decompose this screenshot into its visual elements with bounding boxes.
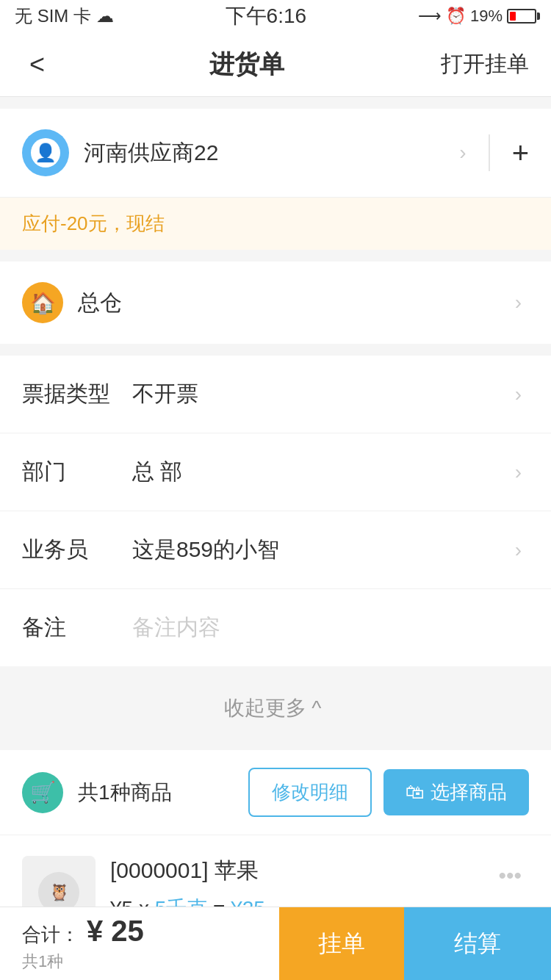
invoice-row[interactable]: 票据类型 不开票 ›	[0, 356, 551, 433]
salesman-value: 这是859的小智	[125, 535, 515, 565]
alarm-icon: ⏰	[446, 7, 466, 26]
avatar-icon: 👤	[31, 138, 60, 167]
department-chevron-icon: ›	[515, 461, 529, 484]
status-time: 下午6:16	[226, 2, 307, 30]
back-button[interactable]: <	[22, 42, 52, 87]
total-label: 合计： ¥ 25	[22, 915, 257, 948]
warehouse-chevron-icon: ›	[515, 291, 529, 314]
product-code: [0000001]	[110, 858, 208, 882]
supplier-name: 河南供应商22	[84, 138, 459, 168]
form-section: 票据类型 不开票 › 部门 总 部 › 业务员 这是859的小智 › 备注 备注…	[0, 356, 551, 666]
invoice-label: 票据类型	[22, 379, 125, 409]
location-icon: ⟶	[418, 7, 442, 26]
collapse-bar[interactable]: 收起更多 ^	[0, 678, 551, 738]
collapse-label: 收起更多 ^	[224, 694, 322, 722]
department-row[interactable]: 部门 总 部 ›	[0, 433, 551, 511]
page-title: 进货单	[209, 48, 284, 82]
warehouse-section: 🏠 总仓 ›	[0, 262, 551, 344]
remark-label: 备注	[22, 613, 125, 643]
bottom-bar: 合计： ¥ 25 共1种 挂单 结算	[0, 907, 551, 980]
warehouse-name: 总仓	[78, 288, 515, 318]
total-amount: ¥ 25	[87, 915, 144, 948]
hang-button[interactable]: 挂单	[279, 907, 404, 980]
warehouse-row[interactable]: 🏠 总仓 ›	[0, 262, 551, 344]
product-name: [0000001] 苹果	[110, 856, 491, 886]
salesman-chevron-icon: ›	[515, 538, 529, 562]
product-count-icon: 🛒	[22, 772, 63, 813]
status-right: ⟶ ⏰ 19%	[418, 7, 536, 26]
supplier-avatar: 👤	[22, 129, 69, 176]
product-title: 苹果	[215, 858, 259, 882]
select-product-label: 选择商品	[431, 779, 507, 805]
divider	[489, 134, 490, 171]
status-bar: 无 SIM 卡 ☁ 下午6:16 ⟶ ⏰ 19%	[0, 0, 551, 32]
modify-detail-button[interactable]: 修改明细	[248, 768, 372, 817]
select-cart-icon: 🛍	[406, 781, 425, 804]
battery-icon	[507, 9, 536, 24]
supplier-row[interactable]: 👤 河南供应商22 › +	[0, 109, 551, 198]
select-product-button[interactable]: 🛍 选择商品	[383, 769, 529, 815]
total-section: 合计： ¥ 25 共1种	[0, 907, 279, 980]
invoice-value: 不开票	[125, 379, 515, 409]
checkout-button[interactable]: 结算	[404, 907, 551, 980]
more-options-button[interactable]: •••	[491, 856, 529, 896]
department-label: 部门	[22, 457, 125, 487]
salesman-row[interactable]: 业务员 这是859的小智 ›	[0, 511, 551, 589]
salesman-label: 业务员	[22, 535, 125, 565]
department-value: 总 部	[125, 457, 515, 487]
svg-text:🦉: 🦉	[49, 882, 70, 902]
invoice-chevron-icon: ›	[515, 383, 529, 406]
product-count-text: 共1种商品	[78, 779, 248, 807]
remark-row[interactable]: 备注 备注内容	[0, 589, 551, 666]
status-left: 无 SIM 卡 ☁	[15, 4, 114, 28]
supplier-section: 👤 河南供应商22 › + 应付-20元，现结	[0, 109, 551, 250]
remark-input[interactable]: 备注内容	[125, 613, 529, 643]
nav-bar: < 进货单 打开挂单	[0, 32, 551, 97]
supplier-chevron-icon: ›	[459, 141, 466, 165]
sim-status: 无 SIM 卡 ☁	[15, 4, 114, 28]
battery-text: 19%	[470, 7, 503, 26]
warehouse-icon: 🏠	[22, 282, 63, 323]
product-header: 🛒 共1种商品 修改明细 🛍 选择商品	[0, 750, 551, 835]
supplier-notice: 应付-20元，现结	[0, 198, 551, 250]
add-button[interactable]: +	[512, 137, 529, 170]
total-count: 共1种	[22, 951, 257, 973]
total-text: 合计：	[22, 922, 79, 948]
open-hang-button[interactable]: 打开挂单	[441, 49, 529, 79]
